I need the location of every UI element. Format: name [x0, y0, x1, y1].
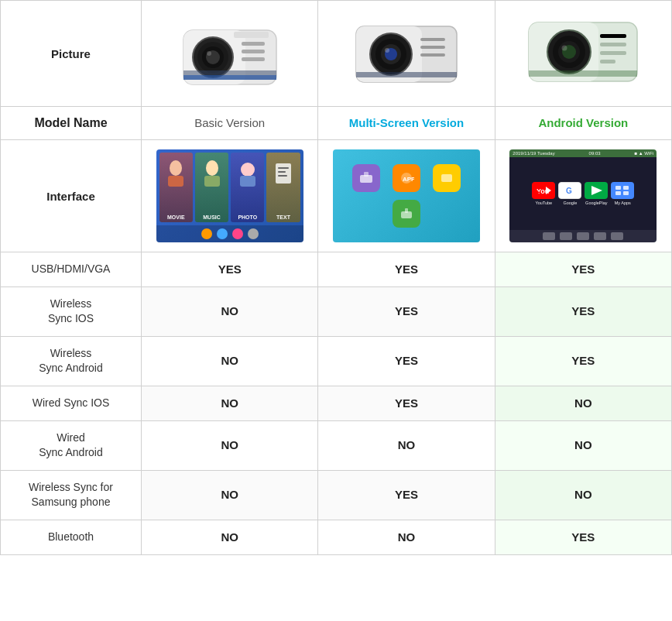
multi-model-name: Multi-Screen Version	[349, 116, 464, 129]
android-interface-mockup: 2019/11/19 Tuesday 09:03 ■ ▲ WiFi You▶ Y…	[509, 149, 657, 242]
android-model-cell: Android Version	[495, 107, 671, 140]
svg-rect-9	[242, 57, 265, 61]
google-icon: G	[558, 182, 581, 199]
feature-label-text-5: Wireless Sync forSamsung phone	[29, 481, 113, 509]
bottom-icon-4	[594, 232, 606, 240]
svg-rect-42	[276, 163, 291, 184]
android-value-0: YES	[495, 252, 671, 287]
android-value-text-6: YES	[571, 530, 595, 544]
android-value-5: NO	[495, 470, 671, 520]
multi-value-text-2: YES	[395, 354, 418, 367]
android-value-text-4: NO	[574, 438, 592, 451]
multi-interface-mockup: APP	[333, 149, 480, 242]
multi-projector-svg	[345, 15, 468, 92]
android-projector-image	[502, 9, 665, 98]
svg-rect-45	[278, 175, 287, 177]
myapps-app: My Apps	[611, 182, 634, 205]
multi-value-6: NO	[318, 520, 495, 554]
svg-point-36	[170, 160, 182, 176]
photo-tile: PHOTO	[231, 153, 264, 222]
android-picture-cell	[495, 1, 671, 107]
youtube-app: You▶ YouTube	[532, 182, 555, 205]
svg-rect-35	[529, 70, 637, 77]
svg-text:APP: APP	[403, 176, 414, 183]
android-projector-svg	[521, 15, 645, 92]
feature-label-text-4: WiredSync Android	[39, 431, 103, 459]
picture-label: Picture	[51, 47, 91, 60]
feature-label-text-3: Wired Sync IOS	[33, 396, 110, 409]
basic-value-3: NO	[142, 386, 318, 420]
bottom-icon-3	[577, 232, 589, 240]
multi-value-text-0: YES	[395, 262, 418, 276]
feature-label-6: Bluetooth	[1, 520, 142, 554]
android-status: ■ ▲ WiFi	[634, 151, 653, 156]
svg-rect-7	[242, 42, 265, 46]
basic-value-2: NO	[142, 336, 318, 386]
feature-label-1: WirelessSync IOS	[1, 286, 142, 336]
android-topbar: 2019/11/19 Tuesday 09:03 ■ ▲ WiFi	[509, 149, 657, 157]
picture-row-label: Picture	[1, 1, 142, 107]
text-label: TEXT	[266, 214, 300, 220]
svg-point-6	[207, 51, 211, 56]
multi-value-text-6: NO	[398, 530, 416, 544]
google-label: Google	[563, 201, 577, 205]
android-value-2: YES	[495, 336, 671, 386]
svg-rect-20	[420, 38, 445, 41]
basic-interface-cell: MOVIE MUSIC PHOTO	[142, 140, 318, 252]
svg-point-19	[385, 48, 389, 53]
svg-rect-32	[600, 43, 626, 46]
svg-rect-10	[234, 32, 269, 38]
bottom-icon-2	[560, 232, 572, 240]
svg-rect-65	[623, 186, 629, 190]
svg-rect-12	[183, 75, 276, 80]
android-date: 2019/11/19 Tuesday	[513, 151, 554, 156]
movie-tile: MOVIE	[159, 153, 193, 222]
movie-label: MOVIE	[159, 214, 193, 220]
basic-value-text-3: NO	[221, 396, 238, 410]
svg-rect-39	[204, 176, 220, 187]
svg-text:G: G	[566, 187, 572, 195]
multi-value-4: NO	[318, 420, 495, 470]
android-time: 09:03	[589, 151, 601, 156]
svg-rect-37	[168, 176, 183, 187]
feature-label-text-2: WirelessSync Android	[39, 347, 103, 375]
svg-rect-43	[278, 167, 289, 169]
svg-point-30	[562, 46, 567, 51]
feature-label-3: Wired Sync IOS	[1, 386, 142, 420]
interface-row-label: Interface	[1, 140, 142, 252]
svg-rect-21	[420, 46, 445, 49]
multi-interface-cell: APP	[318, 140, 495, 252]
googleplay-app: GooglePlay	[585, 182, 608, 205]
android-value-text-2: YES	[571, 354, 595, 367]
feature-label-0: USB/HDMI/VGA	[1, 252, 142, 287]
icon-green	[393, 200, 420, 228]
myapps-icon	[611, 182, 634, 199]
feature-label-text-1: WirelessSync IOS	[48, 297, 94, 325]
multi-value-1: YES	[318, 286, 495, 336]
svg-rect-41	[240, 176, 255, 187]
model-name-row-label: Model Name	[1, 107, 142, 140]
bottom-icon-5	[611, 232, 623, 240]
android-value-text-0: YES	[571, 262, 595, 276]
comparison-table: Picture	[0, 0, 672, 555]
svg-rect-44	[278, 171, 286, 173]
svg-rect-8	[242, 50, 265, 53]
basic-value-6: NO	[142, 520, 318, 554]
myapps-label: My Apps	[615, 201, 631, 205]
android-bottombar	[509, 230, 657, 242]
multi-top-icons: APP	[352, 164, 461, 192]
svg-rect-47	[364, 172, 369, 177]
svg-rect-34	[600, 60, 615, 63]
multi-picture-cell	[318, 1, 495, 107]
basic-value-text-2: NO	[221, 354, 238, 367]
svg-rect-31	[600, 34, 626, 38]
basic-interface-image: MOVIE MUSIC PHOTO	[148, 149, 311, 242]
android-value-text-5: NO	[574, 488, 592, 501]
multi-value-5: YES	[318, 470, 495, 520]
photo-label: PHOTO	[231, 214, 264, 220]
feature-label-text-0: USB/HDMI/VGA	[32, 262, 111, 275]
interface-label: Interface	[46, 190, 95, 203]
svg-rect-50	[441, 174, 452, 182]
youtube-icon: You▶	[532, 182, 555, 199]
svg-rect-62	[613, 184, 632, 197]
